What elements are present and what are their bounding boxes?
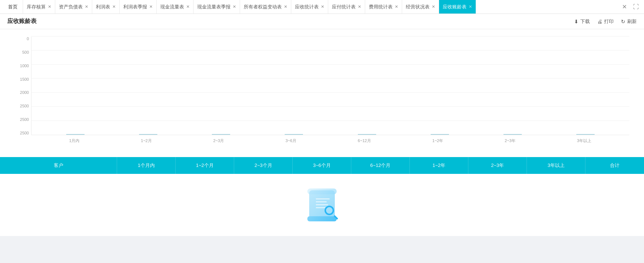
tab-close-income[interactable]: ✕ (112, 4, 116, 9)
maximize-window-button[interactable]: ⛶ (631, 2, 641, 12)
bar-1-2年 (431, 134, 449, 135)
tab-cashflow[interactable]: 现金流量表 ✕ (157, 0, 194, 14)
tab-balance-sheet[interactable]: 资产负债表 ✕ (55, 0, 92, 14)
refresh-button[interactable]: ↻ 刷新 (621, 18, 637, 25)
line-4 (316, 207, 326, 208)
bar-value-3年以上 (576, 134, 595, 135)
x-label-4: 3~6月 (285, 138, 296, 144)
refresh-icon: ↻ (621, 19, 625, 24)
tab-close-balance-sheet[interactable]: ✕ (85, 4, 88, 9)
tab-close-income-quarterly[interactable]: ✕ (149, 4, 153, 9)
tab-income-quarterly[interactable]: 利润表季报 ✕ (120, 0, 157, 14)
download-button[interactable]: ⬇ 下载 (574, 18, 590, 25)
tab-ar-aging[interactable]: 应收账龄表 ✕ (439, 0, 476, 14)
main-content: 2500 2500 2500 2000 1500 1000 500 0 (0, 29, 644, 236)
tab-close-operations[interactable]: ✕ (432, 4, 435, 9)
tab-ar-stats[interactable]: 应收统计表 ✕ (291, 0, 328, 14)
tab-close-expense-stats[interactable]: ✕ (395, 4, 398, 9)
header-actions: ⬇ 下载 🖨 打印 ↻ 刷新 (574, 18, 637, 25)
chart-x-labels: 1月内 1~2月 2~3月 3~6月 6~12月 1~2年 2~3年 3年以上 (31, 135, 629, 146)
table-header: 客户 1个月内 1~2个月 2~3个月 3~6个月 6~12个月 1~2年 2~… (0, 157, 644, 174)
bar-value-2-3月 (212, 134, 230, 135)
bars-group (31, 37, 629, 135)
tab-income[interactable]: 利润表 ✕ (92, 0, 120, 14)
page-header: 应收账龄表 ⬇ 下载 🖨 打印 ↻ 刷新 (0, 14, 644, 29)
line-3 (316, 204, 328, 205)
col-header-1m: 1个月内 (117, 157, 176, 174)
x-label-6: 1~2年 (433, 138, 443, 144)
bar-value-1-2年 (431, 134, 449, 135)
magnifier-icon (325, 206, 338, 220)
bar-3-6月 (285, 134, 303, 135)
chart-plot (31, 37, 629, 135)
col-header-3-6m: 3~6个月 (293, 157, 351, 174)
tab-cashflow-quarterly[interactable]: 现金流量表季报 ✕ (194, 0, 240, 14)
col-header-1-2m: 1~2个月 (176, 157, 234, 174)
tab-equity[interactable]: 所有者权益变动表 ✕ (240, 0, 291, 14)
line-1 (316, 198, 330, 199)
x-label-3: 2~3月 (213, 138, 224, 144)
x-label-5: 6~12月 (358, 138, 371, 144)
x-label-1: 1月内 (69, 138, 79, 144)
chart-area: 2500 2500 2500 2000 1500 1000 500 0 (0, 29, 644, 150)
chart-container: 2500 2500 2500 2000 1500 1000 500 0 (15, 37, 629, 146)
bar-3年以上 (576, 134, 595, 135)
bar-1月内 (66, 134, 85, 135)
col-header-customer: 客户 (0, 157, 117, 174)
col-header-3y-plus: 3年以上 (527, 157, 585, 174)
tab-home[interactable]: 首页 (3, 0, 23, 14)
close-window-button[interactable]: ✕ (619, 2, 629, 12)
col-header-2-3m: 2~3个月 (234, 157, 293, 174)
col-header-6-12m: 6~12个月 (351, 157, 410, 174)
tab-bar: 首页 库存核算 ✕ 资产负债表 ✕ 利润表 ✕ 利润表季报 ✕ 现金流量表 ✕ … (0, 0, 644, 14)
print-button[interactable]: 🖨 打印 (597, 18, 614, 25)
empty-illustration (306, 188, 338, 221)
tab-close-cashflow[interactable]: ✕ (186, 4, 190, 9)
tab-close-equity[interactable]: ✕ (284, 4, 287, 9)
tab-close-cashflow-quarterly[interactable]: ✕ (233, 4, 236, 9)
tab-close-ar-aging[interactable]: ✕ (469, 4, 472, 9)
bar-value-1-2月 (139, 134, 157, 135)
empty-state (0, 174, 644, 236)
bar-2-3年 (503, 134, 522, 135)
bar-value-3-6月 (285, 134, 303, 135)
tab-close-ap-stats[interactable]: ✕ (358, 4, 361, 9)
bar-value-1月内 (66, 134, 85, 135)
col-header-total: 合计 (585, 157, 644, 174)
x-label-8: 3年以上 (577, 138, 591, 144)
bar-6-12月 (358, 134, 376, 135)
col-header-2-3y: 2~3年 (468, 157, 527, 174)
x-label-7: 2~3年 (505, 138, 516, 144)
tab-close-inventory[interactable]: ✕ (48, 4, 51, 9)
tab-ap-stats[interactable]: 应付统计表 ✕ (328, 0, 365, 14)
chart-y-axis: 2500 2500 2500 2000 1500 1000 500 0 (15, 37, 31, 135)
download-icon: ⬇ (574, 19, 579, 24)
window-controls: ✕ ⛶ (619, 2, 641, 12)
tab-inventory[interactable]: 库存核算 ✕ (23, 0, 55, 14)
x-label-2: 1~2月 (141, 138, 152, 144)
page-title: 应收账龄表 (7, 18, 37, 25)
bar-1-2月 (139, 134, 157, 135)
tab-operations[interactable]: 经营状况表 ✕ (402, 0, 439, 14)
bar-2-3月 (212, 134, 230, 135)
col-header-1-2y: 1~2年 (410, 157, 468, 174)
tab-close-ar-stats[interactable]: ✕ (321, 4, 324, 9)
bar-value-6-12月 (358, 134, 376, 135)
tab-expense-stats[interactable]: 费用统计表 ✕ (365, 0, 402, 14)
line-2 (316, 201, 327, 202)
print-icon: 🖨 (597, 19, 602, 24)
bar-value-2-3年 (503, 134, 522, 135)
